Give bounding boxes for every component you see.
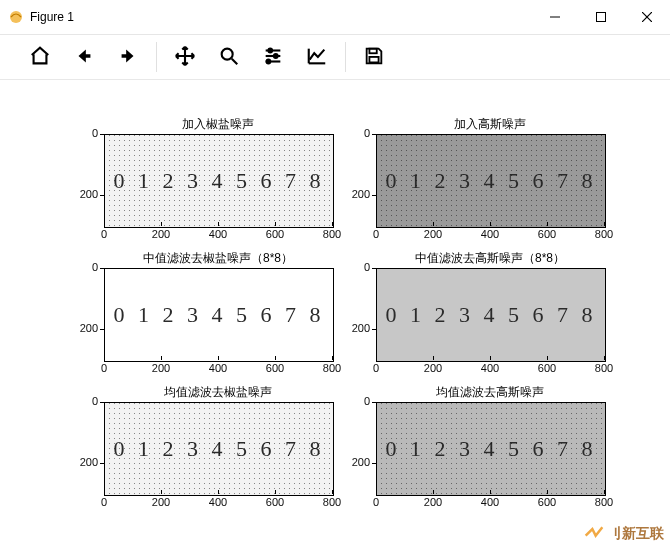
- plot-image[interactable]: 0 1 2 3 4 5 6 7 8: [104, 134, 334, 228]
- home-icon: [29, 45, 51, 70]
- subplot-title: 加入高斯噪声: [376, 116, 604, 133]
- svg-rect-13: [369, 48, 376, 53]
- subplot: 加入高斯噪声0 1 2 3 4 5 6 7 802000200400600800: [376, 134, 604, 226]
- x-tick-label: 200: [424, 228, 442, 240]
- watermark-text: 刂新互联: [608, 525, 664, 543]
- plot-image[interactable]: 0 1 2 3 4 5 6 7 8: [376, 402, 606, 496]
- y-tick-label: 200: [352, 188, 370, 200]
- window-titlebar: Figure 1: [0, 0, 670, 35]
- svg-point-5: [222, 48, 233, 59]
- magnify-icon: [218, 45, 240, 70]
- x-tick-label: 200: [152, 496, 170, 508]
- x-tick-label: 600: [538, 496, 556, 508]
- subplot: 中值滤波去高斯噪声（8*8）0 1 2 3 4 5 6 7 8020002004…: [376, 268, 604, 360]
- x-tick-label: 200: [424, 362, 442, 374]
- x-tick-label: 400: [209, 496, 227, 508]
- subplot: 均值滤波去高斯噪声0 1 2 3 4 5 6 7 802000200400600…: [376, 402, 604, 494]
- x-tick-label: 0: [373, 362, 379, 374]
- plot-image[interactable]: 0 1 2 3 4 5 6 7 8: [376, 134, 606, 228]
- y-tick-label: 0: [92, 127, 98, 139]
- x-tick-label: 400: [481, 362, 499, 374]
- y-tick-label: 0: [364, 261, 370, 273]
- x-tick-label: 200: [152, 362, 170, 374]
- configure-button[interactable]: [251, 35, 295, 79]
- move-icon: [174, 45, 196, 70]
- toolbar-separator: [345, 42, 346, 72]
- zoom-button[interactable]: [207, 35, 251, 79]
- forward-button[interactable]: [106, 35, 150, 79]
- x-tick-label: 800: [323, 228, 341, 240]
- y-tick-label: 200: [80, 322, 98, 334]
- x-tick-label: 600: [538, 362, 556, 374]
- subplot-title: 中值滤波去椒盐噪声（8*8）: [104, 250, 332, 267]
- plot-image[interactable]: 0 1 2 3 4 5 6 7 8: [104, 402, 334, 496]
- x-tick-label: 0: [101, 496, 107, 508]
- maximize-button[interactable]: [578, 0, 624, 34]
- x-tick-label: 400: [481, 496, 499, 508]
- toolbar-separator: [156, 42, 157, 72]
- x-tick-label: 800: [595, 228, 613, 240]
- minimize-button[interactable]: [532, 0, 578, 34]
- back-button[interactable]: [62, 35, 106, 79]
- image-content-text: 0 1 2 3 4 5 6 7 8: [377, 269, 605, 361]
- home-button[interactable]: [18, 35, 62, 79]
- plot-image[interactable]: 0 1 2 3 4 5 6 7 8: [104, 268, 334, 362]
- window-title: Figure 1: [30, 10, 74, 24]
- subplot: 加入椒盐噪声0 1 2 3 4 5 6 7 802000200400600800: [104, 134, 332, 226]
- y-tick-label: 0: [92, 395, 98, 407]
- x-tick-label: 800: [595, 362, 613, 374]
- image-content-text: 0 1 2 3 4 5 6 7 8: [105, 403, 333, 495]
- floppy-icon: [363, 45, 385, 70]
- titlebar-left: Figure 1: [8, 9, 74, 25]
- close-button[interactable]: [624, 0, 670, 34]
- x-tick-label: 800: [595, 496, 613, 508]
- app-icon: [8, 9, 24, 25]
- subplot-title: 中值滤波去高斯噪声（8*8）: [376, 250, 604, 267]
- subplot-title: 均值滤波去椒盐噪声: [104, 384, 332, 401]
- svg-rect-14: [369, 56, 378, 61]
- image-content-text: 0 1 2 3 4 5 6 7 8: [105, 269, 333, 361]
- sliders-icon: [262, 45, 284, 70]
- pan-button[interactable]: [163, 35, 207, 79]
- y-tick-label: 200: [80, 456, 98, 468]
- x-tick-label: 600: [266, 496, 284, 508]
- figure-canvas: 刂新互联 加入椒盐噪声0 1 2 3 4 5 6 7 8020002004006…: [0, 80, 670, 544]
- y-tick-label: 200: [352, 456, 370, 468]
- y-tick-label: 0: [364, 127, 370, 139]
- x-tick-label: 0: [101, 228, 107, 240]
- subplot: 中值滤波去椒盐噪声（8*8）0 1 2 3 4 5 6 7 8020002004…: [104, 268, 332, 360]
- edit-plot-button[interactable]: [295, 35, 339, 79]
- x-tick-label: 800: [323, 362, 341, 374]
- window-controls: [532, 0, 670, 34]
- plot-image[interactable]: 0 1 2 3 4 5 6 7 8: [376, 268, 606, 362]
- matplotlib-toolbar: [0, 35, 670, 80]
- line-chart-icon: [306, 45, 328, 70]
- svg-line-6: [232, 58, 238, 64]
- y-tick-label: 0: [92, 261, 98, 273]
- subplot-title: 均值滤波去高斯噪声: [376, 384, 604, 401]
- y-tick-label: 200: [80, 188, 98, 200]
- svg-rect-2: [597, 13, 606, 22]
- save-button[interactable]: [352, 35, 396, 79]
- x-tick-label: 600: [266, 228, 284, 240]
- x-tick-label: 400: [481, 228, 499, 240]
- y-tick-label: 200: [352, 322, 370, 334]
- x-tick-label: 0: [373, 228, 379, 240]
- x-tick-label: 0: [101, 362, 107, 374]
- x-tick-label: 800: [323, 496, 341, 508]
- x-tick-label: 200: [152, 228, 170, 240]
- x-tick-label: 0: [373, 496, 379, 508]
- arrow-left-icon: [73, 45, 95, 70]
- x-tick-label: 600: [538, 228, 556, 240]
- x-tick-label: 600: [266, 362, 284, 374]
- subplot: 均值滤波去椒盐噪声0 1 2 3 4 5 6 7 802000200400600…: [104, 402, 332, 494]
- image-content-text: 0 1 2 3 4 5 6 7 8: [105, 135, 333, 227]
- image-content-text: 0 1 2 3 4 5 6 7 8: [377, 403, 605, 495]
- x-tick-label: 400: [209, 228, 227, 240]
- watermark: 刂新互联: [584, 524, 664, 544]
- image-content-text: 0 1 2 3 4 5 6 7 8: [377, 135, 605, 227]
- arrow-right-icon: [117, 45, 139, 70]
- y-tick-label: 0: [364, 395, 370, 407]
- svg-point-8: [268, 48, 272, 52]
- svg-point-10: [274, 54, 278, 58]
